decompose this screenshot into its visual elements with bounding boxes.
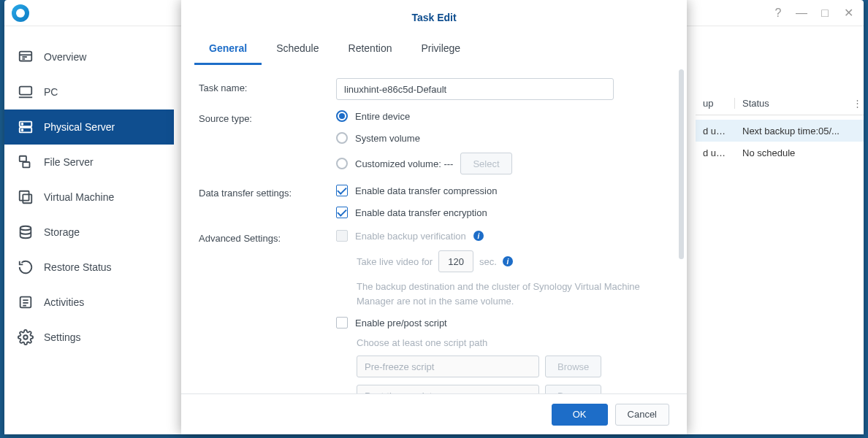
sidebar-item-storage[interactable]: Storage (4, 215, 174, 250)
tab-retention[interactable]: Retention (334, 35, 407, 65)
sidebar-item-label: Virtual Machine (44, 191, 114, 203)
column-header-status[interactable]: Status (735, 98, 850, 109)
restore-icon (18, 259, 34, 275)
label-source-type: Source type: (199, 109, 336, 174)
cell-backup: d up ... (696, 126, 735, 137)
tab-schedule[interactable]: Schedule (262, 35, 333, 65)
modal-title: Task Edit (181, 0, 687, 35)
checkbox-icon (336, 185, 348, 196)
checkbox-label: Enable backup verification (355, 231, 466, 242)
svg-rect-12 (20, 191, 29, 201)
browse-pre-button[interactable]: Browse (545, 356, 601, 377)
sidebar-item-pc[interactable]: PC (4, 74, 174, 110)
label-advanced: Advanced Settings: (199, 228, 336, 393)
checkbox-verification[interactable]: Enable backup verification i (336, 228, 665, 243)
close-icon[interactable]: ✕ (840, 5, 856, 21)
column-menu-icon[interactable]: ⋮ (850, 98, 864, 109)
sidebar-item-label: Storage (44, 226, 80, 238)
table-row[interactable]: d up ... Next backup time:05/... (696, 120, 864, 142)
svg-rect-13 (23, 194, 31, 203)
sidebar-item-activities[interactable]: Activities (4, 285, 174, 320)
post-thaw-input[interactable] (357, 385, 539, 393)
activities-icon (18, 294, 34, 310)
checkbox-label: Enable data transfer compression (355, 185, 497, 196)
info-icon[interactable]: i (503, 256, 513, 266)
app-icon (12, 4, 29, 22)
svg-point-9 (22, 129, 23, 131)
label-task-name: Task name: (199, 78, 336, 100)
cell-status: Next backup time:05/... (735, 126, 864, 137)
sidebar-item-overview[interactable]: Overview (4, 39, 174, 74)
table-body: d up ... Next backup time:05/... d up ..… (696, 120, 864, 164)
sidebar-item-label: Activities (44, 296, 84, 308)
checkbox-label: Enable pre/post script (355, 318, 447, 328)
sidebar-item-label: Physical Server (44, 121, 115, 133)
label-data-transfer: Data transfer settings: (199, 183, 336, 220)
checkbox-icon (336, 207, 348, 218)
video-prefix: Take live video for (357, 256, 433, 267)
cell-status: No schedule (735, 147, 864, 158)
checkbox-script[interactable]: Enable pre/post script (336, 315, 665, 330)
task-name-input[interactable] (336, 78, 614, 100)
cancel-button[interactable]: Cancel (615, 404, 669, 426)
radio-icon (336, 110, 348, 122)
script-hint: Choose at least one script path (357, 337, 665, 348)
checkbox-icon (336, 317, 348, 328)
checkbox-compression[interactable]: Enable data transfer compression (336, 183, 665, 198)
sidebar-item-label: Settings (44, 331, 81, 343)
table-row[interactable]: d up ... No schedule (696, 142, 864, 164)
radio-label: Customized volume: --- (355, 158, 453, 169)
tab-privilege[interactable]: Privilege (406, 35, 475, 65)
checkbox-icon (336, 230, 348, 242)
info-icon[interactable]: i (473, 231, 484, 241)
tab-general[interactable]: General (194, 35, 262, 65)
svg-rect-11 (23, 162, 29, 167)
sidebar-item-label: Overview (44, 51, 86, 63)
sidebar-item-virtual-machine[interactable]: Virtual Machine (4, 180, 174, 215)
warning-text: The backup destination and the cluster o… (357, 280, 665, 308)
maximize-icon[interactable]: □ (817, 5, 833, 21)
gear-icon (18, 329, 34, 345)
table-header: up Status ⋮ (696, 98, 864, 115)
radio-label: Entire device (355, 111, 410, 122)
vm-icon (18, 189, 34, 205)
help-icon[interactable]: ? (770, 5, 786, 21)
select-volume-button[interactable]: Select (460, 153, 511, 174)
browse-post-button[interactable]: Browse (545, 385, 601, 393)
sidebar-item-label: File Server (44, 156, 94, 168)
scrollbar[interactable] (679, 69, 684, 259)
overview-icon (18, 49, 34, 65)
minimize-icon[interactable]: — (793, 5, 810, 21)
sidebar-item-label: PC (44, 86, 58, 98)
video-seconds-input[interactable] (438, 250, 473, 272)
video-suffix: sec. (479, 256, 497, 267)
sidebar-item-physical-server[interactable]: Physical Server (4, 110, 174, 145)
sidebar-item-file-server[interactable]: File Server (4, 145, 174, 180)
pre-freeze-input[interactable] (357, 356, 539, 377)
live-video-setting: Take live video for sec. i (357, 250, 665, 272)
checkbox-encryption[interactable]: Enable data transfer encryption (336, 205, 665, 220)
svg-rect-0 (20, 52, 32, 61)
checkbox-label: Enable data transfer encryption (355, 207, 487, 218)
svg-rect-10 (20, 156, 26, 161)
radio-label: System volume (355, 133, 420, 144)
pc-icon (18, 84, 34, 100)
task-edit-modal: Task Edit General Schedule Retention Pri… (181, 0, 687, 434)
svg-point-19 (23, 335, 28, 339)
sidebar-item-settings[interactable]: Settings (4, 320, 174, 355)
svg-rect-4 (20, 87, 32, 95)
ok-button[interactable]: OK (552, 404, 608, 426)
column-header-up[interactable]: up (696, 98, 735, 109)
modal-tabs: General Schedule Retention Privilege (181, 35, 687, 65)
radio-customized-volume[interactable]: Customized volume: --- Select (336, 153, 665, 174)
radio-entire-device[interactable]: Entire device (336, 109, 665, 123)
svg-point-8 (22, 123, 23, 125)
sidebar-item-restore-status[interactable]: Restore Status (4, 250, 174, 285)
storage-icon (18, 224, 34, 240)
radio-system-volume[interactable]: System volume (336, 131, 665, 145)
svg-point-14 (20, 226, 31, 231)
form-area: Task name: Source type: Entire device Sy… (181, 65, 687, 393)
server-icon (18, 119, 34, 135)
radio-icon (336, 132, 348, 144)
radio-icon (336, 158, 348, 169)
